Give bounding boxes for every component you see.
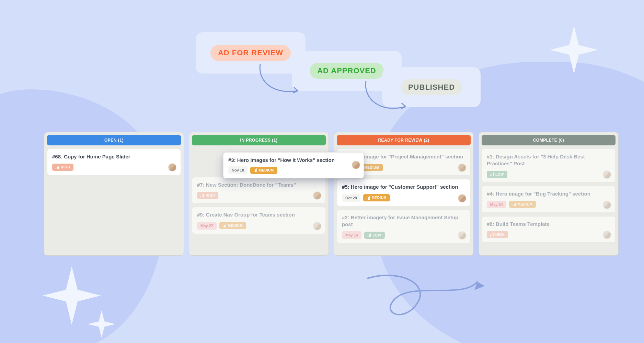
svg-rect-24 [490, 235, 491, 236]
svg-rect-23 [515, 203, 516, 206]
column-title: IN PROGRESS (1) [240, 138, 278, 143]
svg-rect-16 [369, 234, 370, 237]
task-card[interactable]: #8: Build Teams Template HIGH [482, 216, 616, 243]
svg-rect-17 [370, 233, 371, 237]
bars-icon [56, 166, 59, 169]
svg-rect-4 [202, 195, 203, 197]
avatar[interactable] [352, 161, 360, 169]
bars-icon [490, 173, 494, 176]
priority-tag-medium: MEDIUM [250, 167, 277, 174]
svg-rect-26 [493, 233, 494, 236]
svg-rect-14 [369, 196, 370, 200]
column-header: IN PROGRESS (1) [192, 135, 326, 145]
priority-tag-low: LOW [364, 232, 385, 239]
task-card[interactable]: #68: Copy for Home Page Slider HIGH [47, 149, 181, 175]
task-card[interactable]: #7: New Section: DoneDone for "Teams" HI… [192, 177, 326, 203]
date-tag: May 16 [342, 231, 361, 239]
task-card[interactable]: #4: Hero image for "Bug Tracking" sectio… [482, 186, 616, 213]
card-title: #4: Hero image for "Bug Tracking" sectio… [487, 190, 610, 197]
task-card[interactable]: #1: Design Assets for "3 Help Desk Best … [482, 149, 616, 182]
svg-rect-19 [492, 174, 492, 176]
sparkle-icon [550, 24, 598, 76]
doodle-arrow-icon [360, 268, 491, 340]
avatar[interactable] [603, 231, 611, 239]
column-title: READY FOR REVIEW (2) [378, 138, 429, 143]
card-title: #68: Copy for Home Page Slider [52, 153, 176, 160]
svg-rect-20 [493, 173, 494, 176]
bars-icon [367, 196, 370, 200]
bars-icon [254, 168, 257, 172]
svg-rect-22 [514, 204, 515, 206]
bars-icon [368, 233, 371, 237]
column-complete[interactable]: COMPLETE (0) #1: Design Assets for "3 He… [479, 132, 619, 256]
bars-icon [513, 203, 516, 206]
svg-rect-21 [513, 205, 513, 206]
card-title: #7: New Section: DoneDone for "Teams" [197, 181, 321, 188]
svg-rect-5 [203, 194, 204, 197]
task-card[interactable]: #5: Hero image for "Customer Support" se… [337, 179, 471, 206]
column-in-progress[interactable]: IN PROGRESS (1) #7: New Section: DoneDon… [189, 132, 329, 256]
priority-tag-high: HIGH [197, 192, 218, 199]
date-tag: Oct 28 [342, 194, 360, 202]
column-ready-for-review[interactable]: READY FOR REVIEW (2) #6: Hero image for … [334, 132, 474, 256]
date-tag: May 27 [197, 222, 217, 230]
svg-rect-3 [200, 196, 201, 197]
card-title: #8: Build Teams Template [487, 221, 610, 228]
column-header: COMPLETE (0) [482, 135, 616, 145]
card-title: #5: Hero image for "Customer Support" se… [342, 184, 465, 190]
status-pill: AD APPROVED [310, 63, 384, 79]
svg-rect-25 [492, 234, 492, 236]
kanban-board: OPEN (1) #68: Copy for Home Page Slider … [44, 132, 619, 256]
priority-tag-medium: MEDIUM [219, 222, 246, 229]
svg-rect-28 [255, 169, 256, 172]
svg-rect-29 [256, 168, 257, 172]
svg-rect-0 [56, 168, 56, 169]
bars-icon [490, 233, 494, 236]
bars-icon [200, 194, 204, 197]
svg-rect-6 [223, 226, 223, 228]
card-title: #9: Create Nav Group for Teams section [197, 211, 321, 218]
svg-rect-27 [254, 170, 254, 172]
avatar[interactable] [458, 231, 466, 240]
task-card[interactable]: #2: Better imagery for Issue Management … [337, 210, 471, 244]
svg-rect-18 [490, 175, 491, 176]
svg-rect-13 [368, 197, 369, 200]
column-header: READY FOR REVIEW (2) [337, 135, 471, 145]
dragging-card[interactable]: #3: Hero images for "How it Works" secti… [223, 152, 364, 178]
card-title: #1: Design Assets for "3 Help Desk Best … [487, 153, 610, 167]
status-pill: AD FOR REVIEW [210, 45, 291, 61]
svg-rect-12 [367, 198, 367, 200]
sparkle-icon [88, 309, 115, 339]
date-tag: Nov 18 [228, 166, 248, 174]
avatar[interactable] [458, 194, 466, 202]
avatar[interactable] [603, 201, 611, 209]
column-header: OPEN (1) [47, 135, 181, 145]
arrow-icon [361, 79, 413, 117]
priority-tag-high: HIGH [487, 231, 508, 238]
avatar[interactable] [313, 222, 321, 230]
svg-rect-1 [57, 167, 58, 169]
stage: AD FOR REVIEW AD APPROVED PUBLISHED OPEN… [0, 0, 644, 343]
svg-rect-8 [226, 224, 226, 228]
priority-tag-low: LOW [487, 171, 507, 178]
card-title: #2: Better imagery for Issue Management … [342, 214, 465, 228]
column-title: COMPLETE (0) [533, 138, 564, 143]
priority-tag-medium: MEDIUM [509, 201, 536, 208]
svg-rect-15 [368, 235, 368, 237]
svg-rect-2 [58, 166, 59, 169]
arrow-icon [254, 62, 306, 100]
date-tag: May 24 [487, 201, 506, 208]
avatar[interactable] [603, 170, 611, 179]
bars-icon [223, 224, 226, 228]
card-title: #3: Hero images for "How it Works" secti… [228, 157, 359, 164]
task-card[interactable]: #9: Create Nav Group for Teams section M… [192, 207, 326, 234]
priority-tag-medium: MEDIUM [363, 194, 390, 201]
priority-tag-high: HIGH [52, 164, 73, 171]
column-open[interactable]: OPEN (1) #68: Copy for Home Page Slider … [44, 132, 184, 256]
svg-rect-7 [224, 225, 225, 228]
column-title: OPEN (1) [104, 138, 124, 143]
